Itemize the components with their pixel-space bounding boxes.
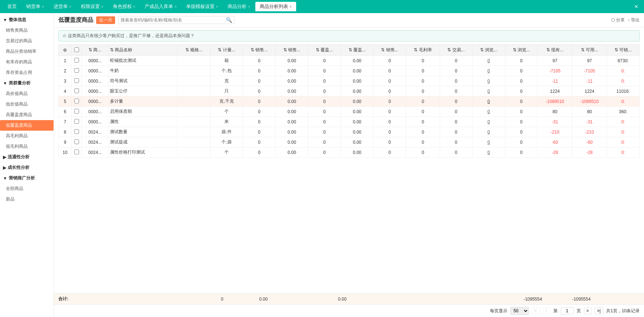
nav-tab-label-3: 权限设置 (81, 3, 100, 10)
cell-check[interactable] (72, 56, 82, 66)
prev-page-button[interactable]: < (543, 307, 550, 314)
sidebar-item-high-value[interactable]: 高价值商品 (0, 88, 54, 99)
cell-browse1[interactable]: 0 (472, 86, 505, 96)
row-checkbox[interactable] (74, 150, 79, 154)
cell-sales1: 0 (243, 96, 276, 107)
sidebar-section-liquidity[interactable]: ▶ 流通性分析 (0, 152, 54, 162)
nav-tab-inbound[interactable]: 产成品入库单 × (140, 2, 181, 11)
cell-spec (178, 137, 211, 147)
cell-transaction: 0 (440, 66, 472, 76)
page-number-input[interactable] (561, 307, 574, 314)
sidebar-item-stock-capital[interactable]: 库存资金占用 (0, 67, 54, 78)
cell-check[interactable] (72, 66, 82, 76)
nav-tab-label-6: 单据模板设置 (186, 3, 215, 10)
page-size-select[interactable]: 50 20 100 (510, 307, 529, 315)
cell-check[interactable] (72, 76, 82, 86)
cell-coverage2: 0.00 (341, 76, 374, 86)
cell-name: 启用保质期 (108, 107, 178, 117)
cell-name: 测试提成 (108, 137, 178, 147)
cell-browse1[interactable]: 0 (472, 117, 505, 127)
sidebar-item-high-profit[interactable]: 高毛利商品 (0, 131, 54, 141)
cell-spec (178, 76, 211, 86)
cell-browse2: 0 (505, 56, 538, 66)
sidebar-item-category-rate[interactable]: 商品分类动销率 (0, 46, 54, 57)
next-page-button[interactable]: > (584, 307, 592, 314)
first-page-button[interactable]: K (532, 307, 540, 314)
cell-margin: 0 (406, 56, 440, 66)
close-all-button[interactable]: × (631, 3, 641, 11)
sidebar-item-all-goods[interactable]: 全部商品 (0, 183, 54, 194)
nav-tab-purchase[interactable]: 进货单 × (49, 2, 76, 11)
sidebar-section-growth[interactable]: ▶ 成长性分析 (0, 162, 54, 173)
cell-browse1[interactable]: 0 (472, 137, 505, 147)
nav-tab-template[interactable]: 单据模板设置 × (182, 2, 223, 11)
cell-check[interactable] (72, 107, 82, 117)
row-checkbox[interactable] (74, 78, 79, 83)
th-settings[interactable]: ⚙ (59, 45, 72, 56)
sidebar-item-low-coverage[interactable]: 低覆盖度商品 (0, 120, 54, 131)
th-check[interactable] (72, 45, 82, 56)
row-checkbox[interactable] (74, 129, 79, 134)
nav-tab-close-4[interactable]: × (133, 5, 136, 9)
row-checkbox[interactable] (74, 99, 79, 103)
nav-tab-close-5[interactable]: × (174, 5, 177, 9)
nav-tab-close-3[interactable]: × (101, 5, 103, 9)
th-coverage1: ⇅ 覆盖... (308, 45, 341, 56)
share-icon: ⬡ (611, 17, 615, 23)
cell-num: 7 (59, 117, 72, 127)
sidebar-item-traded-goods[interactable]: 交易过的商品 (0, 36, 54, 46)
nav-tab-permission[interactable]: 权限设置 × (76, 2, 108, 11)
nav-tab-home[interactable]: 首页 (3, 2, 21, 11)
sidebar-section-marketing[interactable]: ▼ 营销推广分析 (0, 173, 54, 183)
nav-tab-close-8[interactable]: × (290, 5, 292, 9)
cell-check[interactable] (72, 96, 82, 107)
cell-margin: 0 (406, 76, 440, 86)
row-checkbox[interactable] (74, 88, 79, 93)
cell-check[interactable] (72, 86, 82, 96)
cell-check[interactable] (72, 147, 82, 158)
sidebar-section-cluster[interactable]: ▼ 类群量分析 (0, 78, 54, 88)
cell-sales3: 0 (373, 117, 406, 127)
nav-tab-close-1[interactable]: × (42, 5, 44, 9)
search-icon[interactable]: 🔍 (226, 17, 232, 23)
row-checkbox[interactable] (74, 109, 79, 114)
cell-browse1[interactable]: 0 (472, 147, 505, 158)
sidebar-section-overview[interactable]: ▼ 整体信息 (0, 15, 54, 25)
share-button[interactable]: ⬡ 分享 (611, 17, 625, 23)
cell-sales3: 0 (373, 147, 406, 158)
cell-check[interactable] (72, 117, 82, 127)
row-checkbox[interactable] (74, 119, 79, 124)
nav-tab-analysis[interactable]: 商品分析 × (223, 2, 255, 11)
row-checkbox[interactable] (74, 68, 79, 73)
search-input[interactable] (121, 17, 226, 23)
last-page-button[interactable]: >| (594, 307, 603, 314)
period-button[interactable]: 近一月 (96, 16, 115, 24)
cell-browse1[interactable]: 0 (472, 96, 505, 107)
cell-browse1[interactable]: 0 (472, 66, 505, 76)
nav-tab-analysis-list[interactable]: 商品分析列表 × (255, 2, 296, 11)
row-checkbox[interactable] (74, 139, 79, 144)
nav-tab-role[interactable]: 角色授权 × (109, 2, 140, 11)
sidebar-item-new-goods[interactable]: 新品 (0, 194, 54, 205)
cell-browse1[interactable]: 0 (472, 107, 505, 117)
cell-browse1[interactable]: 0 (472, 76, 505, 86)
cell-browse1[interactable]: 0 (472, 127, 505, 137)
sidebar-item-low-value[interactable]: 低价值商品 (0, 99, 54, 110)
cell-browse1[interactable]: 0 (472, 56, 505, 66)
nav-tab-close-2[interactable]: × (69, 5, 71, 9)
total-info: 共1页，10条记录 (606, 308, 640, 314)
cell-browse2: 0 (505, 66, 538, 76)
sidebar-item-sales-goods[interactable]: 销售类商品 (0, 25, 54, 36)
export-button[interactable]: ↑ 导出 (628, 17, 640, 23)
nav-tab-close-6[interactable]: × (216, 5, 218, 9)
select-all-checkbox[interactable] (74, 47, 79, 52)
sidebar-item-in-stock[interactable]: 有库存的商品 (0, 57, 54, 67)
cell-check[interactable] (72, 127, 82, 137)
row-checkbox[interactable] (74, 58, 79, 63)
table-row: 1 0000... 旺铺批次测试 箱 0 0.00 0 0.00 0 0 0 0… (59, 56, 640, 66)
nav-tab-close-7[interactable]: × (248, 5, 250, 9)
nav-tab-sales[interactable]: 销货单 × (22, 2, 48, 11)
sidebar-item-low-profit[interactable]: 低毛利商品 (0, 141, 54, 152)
cell-check[interactable] (72, 137, 82, 147)
sidebar-item-high-coverage[interactable]: 高覆盖度商品 (0, 110, 54, 120)
